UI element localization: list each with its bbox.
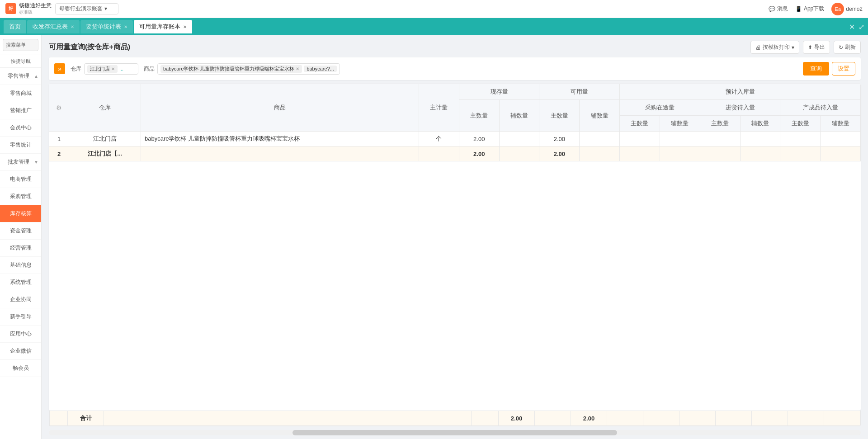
sidebar-item-vip-label: 畅会员: [3, 364, 38, 372]
row1-product: babycare学饮杯 儿童防摔防撞吸管杯重力球吸嘴杯宝宝水杯: [141, 132, 419, 146]
sidebar-item-app-center[interactable]: 应用中心: [0, 326, 41, 343]
print-icon: 🖨: [755, 44, 761, 51]
sidebar-item-retail-stat[interactable]: 零售统计: [0, 137, 41, 154]
logo-text-area: 畅捷通好生意 标准版: [19, 2, 52, 15]
sidebar-item-operations[interactable]: 经营管理: [0, 240, 41, 257]
warehouse-more-btn[interactable]: ...: [119, 66, 123, 71]
industry-label: 母婴行业演示账套: [59, 5, 103, 13]
col-warehouse-header: 仓库: [69, 84, 141, 132]
warehouse-tags[interactable]: 江北门店 ✕ ...: [84, 63, 138, 75]
sidebar-item-inventory[interactable]: 库存核算: [0, 205, 41, 222]
top-bar-left: 好 畅捷通好生意 标准版 母婴行业演示账套 ▾: [5, 2, 118, 15]
tab-receive-close[interactable]: ✕: [71, 24, 74, 29]
export-icon: ⬆: [808, 44, 812, 51]
col-gp-main-header: 主数量: [700, 116, 740, 132]
settings-icon[interactable]: ⚙: [56, 104, 62, 111]
logo-icon: 好: [5, 3, 16, 14]
sidebar-quick-nav[interactable]: 快捷导航: [0, 55, 41, 68]
product-tag-1-close[interactable]: ✕: [296, 66, 299, 71]
col-expected-in-header: 预计入库量: [620, 84, 861, 100]
sidebar-item-enterprise-wechat-label: 企业微信: [3, 347, 38, 355]
sidebar-item-operations-label: 经营管理: [3, 244, 38, 252]
warehouse-label: 仓库: [71, 65, 81, 73]
sidebar-item-finance[interactable]: 资金管理: [0, 222, 41, 240]
sidebar-item-enterprise[interactable]: 企业协同: [0, 291, 41, 308]
tab-receive-label: 收发存汇总表: [33, 23, 68, 31]
row1-pt-aux: [660, 132, 700, 146]
row2-unit: [419, 146, 459, 161]
filter-expand-btn[interactable]: »: [54, 63, 65, 74]
tab-order-stat-close[interactable]: ✕: [124, 24, 127, 29]
username: demo2: [846, 6, 863, 12]
logo-area: 好 畅捷通好生意 标准版: [5, 2, 52, 15]
main-layout: 搜索菜单 快捷导航 零售管理 ▲ 零售商城 营销推广 会员中心 零售统计 批发管…: [0, 35, 868, 439]
row2-cur-main: 2.00: [459, 146, 499, 161]
top-bar: 好 畅捷通好生意 标准版 母婴行业演示账套 ▾ 💬 消息 📱 App下载 Ea …: [0, 0, 868, 18]
col-current-stock-header: 现存量: [459, 84, 539, 100]
col-fp-main-header: 主数量: [780, 116, 821, 132]
row1-fp-main: [780, 132, 821, 146]
sidebar-item-system[interactable]: 系统管理: [0, 274, 41, 291]
tab-order-stat-label: 要货单统计表: [86, 23, 121, 31]
sidebar-item-newbie[interactable]: 新手引导: [0, 308, 41, 326]
message-icon: 💬: [769, 6, 775, 12]
sidebar-item-enterprise-wechat[interactable]: 企业微信: [0, 343, 41, 360]
tab-available-stock[interactable]: 可用量库存账本 ✕: [134, 20, 192, 33]
sidebar-item-basic-info-label: 基础信息: [3, 261, 38, 269]
sidebar-item-basic-info[interactable]: 基础信息: [0, 257, 41, 274]
sidebar-item-wholesale-mgmt[interactable]: 批发管理 ▼: [0, 154, 41, 171]
product-label: 商品: [144, 65, 155, 73]
row2-avail-aux: [580, 146, 620, 161]
tab-close-all-icon[interactable]: ✕: [849, 23, 855, 31]
col-settings-header[interactable]: ⚙: [49, 84, 69, 132]
sidebar-item-inventory-label: 库存核算: [3, 210, 38, 217]
export-btn[interactable]: ⬆ 导出: [803, 41, 830, 54]
refresh-btn[interactable]: ↻ 刷新: [834, 41, 861, 54]
data-table: ⚙ 仓库 商品 主计量 现存量 可用量 预计入库量 主数量 辅数量 主数量 辅数…: [49, 84, 861, 161]
sidebar-item-newbie-label: 新手引导: [3, 313, 38, 321]
user-area[interactable]: Ea demo2: [831, 3, 863, 15]
template-print-btn[interactable]: 🖨 按模板打印 ▾: [750, 41, 799, 54]
tab-maximize-icon[interactable]: ⤢: [859, 23, 864, 31]
sidebar-item-retail-mall[interactable]: 零售商城: [0, 85, 41, 102]
col-pt-main-header: 主数量: [620, 116, 660, 132]
scrollbar-thumb[interactable]: [292, 430, 617, 435]
app-download-btn[interactable]: 📱 App下载: [795, 5, 824, 13]
tab-home[interactable]: 首页: [4, 20, 26, 33]
product-filter: 商品 babycare学饮杯 儿童防摔防撞吸管杯重力球吸嘴杯宝宝水杯 ✕ bab…: [144, 63, 340, 75]
table-footer: 合计 2.00 2.00: [49, 411, 861, 426]
sidebar-item-vip[interactable]: 畅会员: [0, 360, 41, 377]
row2-cur-aux: [499, 146, 539, 161]
product-tags[interactable]: babycare学饮杯 儿童防摔防撞吸管杯重力球吸嘴杯宝宝水杯 ✕ babyca…: [157, 63, 340, 75]
sidebar-item-wholesale-mgmt-label: 批发管理: [3, 158, 34, 166]
row1-gp-main: [700, 132, 740, 146]
sidebar-item-member[interactable]: 会员中心: [0, 119, 41, 137]
tab-order-stat[interactable]: 要货单统计表 ✕: [80, 20, 133, 33]
warehouse-tag-jb-close[interactable]: ✕: [111, 66, 115, 71]
row1-pt-main: [620, 132, 660, 146]
table-wrapper: ⚙ 仓库 商品 主计量 现存量 可用量 预计入库量 主数量 辅数量 主数量 辅数…: [49, 84, 861, 411]
row1-fp-aux: [821, 132, 861, 146]
avatar: Ea: [831, 3, 844, 15]
tab-receive[interactable]: 收发存汇总表 ✕: [27, 20, 80, 33]
sidebar-item-purchase[interactable]: 采购管理: [0, 188, 41, 205]
sidebar-search-btn[interactable]: 搜索菜单: [3, 39, 38, 51]
col-cur-main-header: 主数量: [459, 100, 499, 132]
sidebar-item-marketing[interactable]: 营销推广: [0, 102, 41, 119]
query-btn[interactable]: 查询: [803, 62, 829, 76]
settings-btn[interactable]: 设置: [832, 62, 855, 76]
col-available-header: 可用量: [539, 84, 620, 100]
sidebar-item-member-label: 会员中心: [3, 124, 38, 132]
industry-selector[interactable]: 母婴行业演示账套 ▾: [55, 3, 118, 14]
message-btn[interactable]: 💬 消息: [769, 5, 788, 13]
col-avail-main-header: 主数量: [539, 100, 580, 132]
tab-available-stock-close[interactable]: ✕: [183, 24, 187, 29]
sidebar-item-marketing-label: 营销推广: [3, 107, 38, 114]
sidebar-item-retail-mgmt[interactable]: 零售管理 ▲: [0, 68, 41, 85]
filter-area: » 仓库 江北门店 ✕ ... 商品 babycare学饮杯 儿童防摔防撞吸管杯…: [49, 57, 861, 80]
refresh-icon: ↻: [839, 44, 843, 51]
horizontal-scrollbar[interactable]: [49, 430, 861, 435]
sidebar-item-ecommerce[interactable]: 电商管理: [0, 171, 41, 188]
chevron-down-icon: ▾: [792, 44, 794, 51]
sidebar-item-finance-label: 资金管理: [3, 227, 38, 235]
